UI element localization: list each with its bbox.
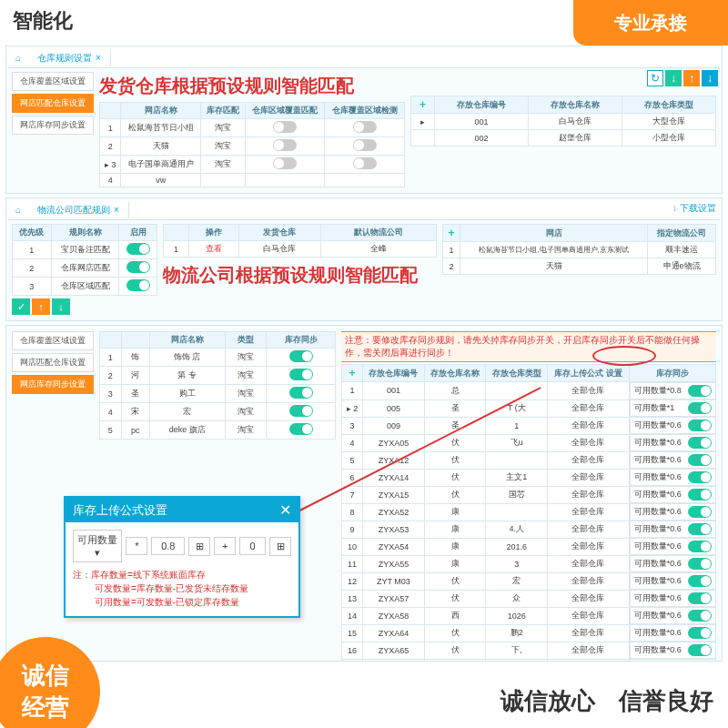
home-icon[interactable]: ⌂: [8, 48, 28, 68]
sidebar-item-match[interactable]: 网店匹配仓库设置: [12, 94, 94, 113]
panel1-left-table: 网店名称库存匹配仓库区域覆盖匹配仓库覆盖区域检测 1松鼠海苔节日小组淘宝 2天猫…: [99, 102, 405, 187]
val1-input[interactable]: 0.8: [151, 537, 185, 555]
toggle[interactable]: [289, 369, 313, 380]
sidebar-item-match[interactable]: 网店匹配仓库设置: [12, 353, 94, 372]
add-icon[interactable]: +: [420, 98, 426, 111]
toggle[interactable]: [688, 575, 712, 587]
slogan-1: 诚信放心: [500, 685, 595, 717]
sidebar-item-area[interactable]: 仓库覆盖区域设置: [12, 331, 94, 350]
panel-warehouse-rules: ⌂ 仓库规则设置× ↻ ↓ ↑ ↓ 仓库覆盖区域设置 网店匹配仓库设置 网店库存…: [5, 46, 723, 194]
toggle[interactable]: [688, 558, 712, 570]
toggle[interactable]: [688, 402, 712, 414]
formula-dialog: 库存上传公式设置✕ 可用数量 ▾ * 0.8 ⊞ + 0 ⊞ 注：库存数量=线下…: [64, 496, 300, 618]
corner-badge: 专业承接: [573, 0, 728, 46]
down-button[interactable]: ↓: [52, 298, 70, 315]
close-icon[interactable]: ✕: [279, 501, 291, 519]
down-button[interactable]: ↓: [665, 70, 682, 86]
trust-badge: 诚信经营: [0, 637, 100, 728]
footer: 诚信经营 诚信放心 信誉良好: [0, 637, 728, 728]
tab-warehouse[interactable]: 仓库规则设置×: [28, 50, 111, 66]
toggle[interactable]: [688, 523, 712, 535]
sidebar-item-area[interactable]: 仓库覆盖区域设置: [12, 72, 94, 91]
close-icon[interactable]: ×: [96, 53, 101, 63]
toggle[interactable]: [688, 471, 712, 483]
home-icon[interactable]: ⌂: [8, 200, 28, 220]
toggle[interactable]: [688, 454, 712, 466]
sidebar-item-sync[interactable]: 网店库存同步设置: [12, 375, 94, 394]
toggle[interactable]: [688, 592, 712, 604]
op1[interactable]: *: [126, 537, 147, 555]
calc-icon[interactable]: ⊞: [269, 537, 291, 556]
panel3-left-table: 网店名称类型库存同步 1饰饰饰 店淘宝2河第 专淘宝3圣购工淘宝4宋宏淘宝5pc…: [99, 331, 336, 440]
field-select[interactable]: 可用数量 ▾: [73, 530, 122, 562]
sidebar-item-sync[interactable]: 网店库存同步设置: [12, 116, 94, 135]
panel2-mid-table: 操作发货仓库默认物流公司 1查看白马仓库全峰: [163, 224, 437, 258]
toggle[interactable]: [289, 405, 313, 417]
toggle[interactable]: [688, 610, 712, 622]
toggle[interactable]: [688, 437, 712, 449]
toggle[interactable]: [688, 385, 712, 397]
refresh-button[interactable]: ↻: [647, 70, 663, 86]
sidebar: 仓库覆盖区域设置 网店匹配仓库设置 网店库存同步设置: [12, 72, 94, 187]
hero-text: 发货仓库根据预设规则智能匹配: [99, 72, 405, 102]
toggle[interactable]: [289, 387, 313, 399]
panel1-controls: ↻ ↓ ↑ ↓: [647, 70, 718, 86]
panel1-right-table: +存放仓库编号存放仓库名称存放仓库类型 ▸001白马仓库大型仓库 002赵堡仓库…: [410, 96, 716, 147]
panel2-priority-table: 优先级规则名称启用 1宝贝备注匹配 2仓库网店匹配 3仓库区域匹配: [12, 224, 157, 296]
dialog-title: 库存上传公式设置: [73, 502, 167, 519]
toggle[interactable]: [688, 420, 712, 431]
val2-input[interactable]: 0: [239, 537, 266, 555]
formula-row: 可用数量 ▾ * 0.8 ⊞ + 0 ⊞: [73, 530, 291, 562]
formula-note: 注：库存数量=线下系统账面库存 可发数量=库存数量-已发货未结存数量 可用数量=…: [73, 568, 291, 609]
toggle[interactable]: [289, 423, 313, 435]
warning-notice: 注意：要修改库存同步规则，请先关掉库存同步开关，开启库存同步开关后不能做任何操作…: [341, 331, 716, 362]
up-button[interactable]: ↑: [32, 298, 50, 315]
slogan-2: 信誉良好: [619, 685, 713, 717]
panel-logistics-rules: ⌂ 物流公司匹配规则× ↓ 下载设置 优先级规则名称启用 1宝贝备注匹配 2仓库…: [5, 197, 723, 321]
toggle[interactable]: [688, 506, 712, 518]
up-button[interactable]: ↑: [683, 70, 700, 86]
save-button[interactable]: ✓: [12, 298, 30, 315]
op2[interactable]: +: [214, 537, 236, 555]
toggle[interactable]: [289, 350, 313, 362]
calc-icon[interactable]: ⊞: [188, 537, 210, 556]
hero-text-2: 物流公司根据预设规则智能匹配: [163, 261, 437, 291]
toggle[interactable]: [273, 121, 297, 133]
panel3-right-table: +存放仓库编号存放仓库名称存放仓库类型库存上传公式 设置库存同步 1001总全部…: [341, 364, 716, 662]
down2-button[interactable]: ↓: [702, 70, 718, 86]
tabstrip: ⌂ 仓库规则设置×: [8, 48, 720, 68]
panel2-right-table: +网店指定物流公司 1松鼠海苔节日小组,电子国单商通用户,京东测试顺丰速运 2天…: [442, 224, 716, 275]
highlight-circle: [592, 346, 656, 366]
toggle[interactable]: [688, 489, 712, 500]
toggle[interactable]: [688, 541, 712, 552]
tab-logistics[interactable]: 物流公司匹配规则×: [28, 202, 129, 218]
download-link[interactable]: ↓ 下载设置: [672, 202, 716, 215]
